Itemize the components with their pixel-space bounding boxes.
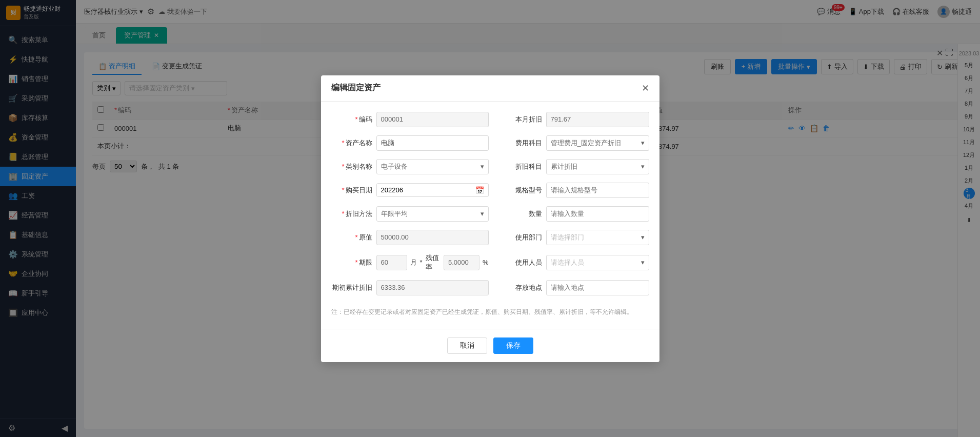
purchase-date-field[interactable] <box>377 184 471 196</box>
period-inline: 月 * 残值率 % <box>376 253 489 272</box>
dep-method-label: *折旧方法 <box>331 209 372 218</box>
form-row-name: *资产名称 <box>331 135 489 151</box>
modal-header: 编辑固定资产 ✕ <box>321 75 659 102</box>
location-label: 存放地点 <box>501 283 542 292</box>
form-row-dep-subject: 折旧科目 累计折旧 ▾ <box>501 159 649 174</box>
residual-rate-input <box>444 255 479 270</box>
expense-subject-value: 管理费用_固定资产折旧 <box>551 138 621 148</box>
modal-overlay: 编辑固定资产 ✕ *编码 本月折旧 <box>0 0 980 437</box>
form-row-code: *编码 <box>331 112 489 127</box>
modal-close-button[interactable]: ✕ <box>642 83 649 94</box>
original-value-label: *原值 <box>331 233 372 242</box>
chevron-down-icon: ▾ <box>641 259 645 266</box>
person-select[interactable]: 请选择人员 ▾ <box>546 255 649 270</box>
department-placeholder: 请选择部门 <box>551 233 584 242</box>
expense-subject-select[interactable]: 管理费用_固定资产折旧 ▾ <box>546 135 649 151</box>
residual-rate-unit: % <box>483 259 489 266</box>
modal-body: *编码 本月折旧 *资产名称 费用科目 <box>321 102 659 329</box>
modal-form: *编码 本月折旧 *资产名称 费用科目 <box>331 112 649 319</box>
dep-method-value: 年限平均 <box>381 209 408 218</box>
department-select[interactable]: 请选择部门 ▾ <box>546 230 649 245</box>
dep-subject-label: 折旧科目 <box>501 162 542 171</box>
category-label: *类别名称 <box>331 162 372 171</box>
calendar-icon[interactable]: 📅 <box>471 186 488 194</box>
purchase-date-input[interactable]: 📅 <box>376 183 489 197</box>
monthly-dep-label: 本月折旧 <box>501 115 542 124</box>
code-input[interactable] <box>376 112 489 127</box>
form-row-original-value: *原值 <box>331 230 489 245</box>
cancel-button[interactable]: 取消 <box>447 337 487 354</box>
purchase-date-label: *购买日期 <box>331 186 372 195</box>
form-row-period: *期限 月 * 残值率 % <box>331 253 489 272</box>
modal-title: 编辑固定资产 <box>331 83 381 93</box>
form-row-monthly-dep: 本月折旧 <box>501 112 649 127</box>
modal-footer: 取消 保存 <box>321 329 659 362</box>
quantity-label: 数量 <box>501 209 542 218</box>
form-row-department: 使用部门 请选择部门 ▾ <box>501 230 649 245</box>
code-label: *编码 <box>331 115 372 124</box>
period-unit: 月 <box>410 258 417 267</box>
spec-label: 规格型号 <box>501 186 542 195</box>
asset-name-label: *资产名称 <box>331 138 372 148</box>
dep-subject-select[interactable]: 累计折旧 ▾ <box>546 159 649 174</box>
expense-subject-label: 费用科目 <box>501 138 542 148</box>
category-value: 电子设备 <box>381 162 408 171</box>
edit-asset-modal: 编辑固定资产 ✕ *编码 本月折旧 <box>321 75 659 362</box>
form-row-initial-dep: 期初累计折旧 <box>331 280 489 295</box>
chevron-down-icon: ▾ <box>481 210 484 217</box>
form-row-spec: 规格型号 <box>501 183 649 198</box>
chevron-down-icon: ▾ <box>641 233 645 241</box>
original-value-input <box>376 230 489 245</box>
initial-dep-input <box>376 280 489 295</box>
period-label: *期限 <box>331 258 372 267</box>
form-row-location: 存放地点 <box>501 280 649 295</box>
residual-rate-label: 残值率 <box>426 253 441 272</box>
form-row-dep-method: *折旧方法 年限平均 ▾ <box>331 206 489 222</box>
modal-note: 注：已经存在变更记录或者对应固定资产已经生成凭证，原值、购买日期、残值率、累计折… <box>331 304 649 319</box>
form-row-category: *类别名称 电子设备 ▾ <box>331 159 489 174</box>
quantity-input[interactable] <box>546 206 649 222</box>
department-label: 使用部门 <box>501 233 542 242</box>
dep-subject-value: 累计折旧 <box>551 162 577 171</box>
form-row-purchase-date: *购买日期 📅 <box>331 183 489 198</box>
chevron-down-icon: ▾ <box>641 139 645 147</box>
form-row-expense-subject: 费用科目 管理费用_固定资产折旧 ▾ <box>501 135 649 151</box>
period-input <box>376 255 407 270</box>
dep-method-select[interactable]: 年限平均 ▾ <box>376 206 489 222</box>
category-select[interactable]: 电子设备 ▾ <box>376 159 489 174</box>
location-input[interactable] <box>546 280 649 295</box>
form-row-person: 使用人员 请选择人员 ▾ <box>501 253 649 272</box>
chevron-down-icon: ▾ <box>481 163 484 170</box>
person-label: 使用人员 <box>501 258 542 267</box>
spec-input[interactable] <box>546 183 649 198</box>
asset-name-input[interactable] <box>376 135 489 151</box>
initial-dep-label: 期初累计折旧 <box>331 283 372 292</box>
person-placeholder: 请选择人员 <box>551 258 584 267</box>
monthly-dep-input <box>546 112 649 127</box>
save-button[interactable]: 保存 <box>493 337 533 354</box>
chevron-down-icon: ▾ <box>641 163 645 170</box>
form-row-quantity: 数量 <box>501 206 649 222</box>
